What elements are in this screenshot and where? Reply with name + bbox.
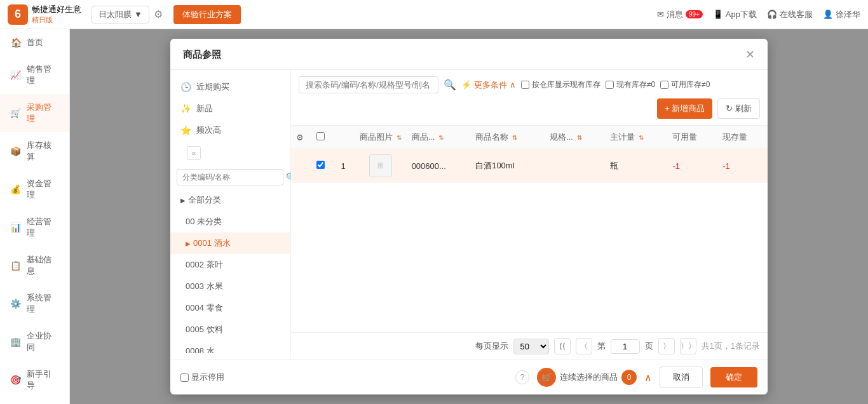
- product-table-wrapper: ⚙ 商品图片 ⇅: [291, 126, 768, 332]
- product-search-icon[interactable]: 🔍: [444, 79, 456, 91]
- chevron-down-icon: ▼: [134, 10, 142, 19]
- sidebar-item-purchase[interactable]: 🛒 采购管理: [0, 94, 69, 132]
- show-disabled-input[interactable]: [180, 374, 189, 382]
- main-area: 商品参照 ✕ 🕒 近期购买 ✨ 新品 ⭐ 频次高: [70, 29, 868, 404]
- logo-text: 畅捷通好生意 精日版: [32, 4, 81, 25]
- select-all-checkbox[interactable]: [316, 132, 325, 140]
- category-all[interactable]: ▶ 全部分类: [170, 189, 290, 211]
- avatar-icon: 👤: [823, 10, 833, 19]
- sidebar-item-guide[interactable]: 🎯 新手引导: [0, 361, 69, 399]
- logo-area: 6 畅捷通好生意 精日版: [8, 4, 81, 25]
- checkbox-nonzero-stock[interactable]: 现有库存≠0: [606, 79, 655, 90]
- cell-stock: -1: [717, 149, 768, 183]
- category-water[interactable]: 0008 水: [170, 340, 290, 353]
- settings-icon[interactable]: ⚙: [149, 6, 167, 24]
- th-unit[interactable]: 主计量 ⇅: [605, 126, 667, 149]
- pagination-bar: 每页显示 50 100 200 ⟨⟨ 〈 第 页 〉 〉〉 共1页，1: [291, 332, 768, 360]
- sidebar-label-home: 首页: [27, 37, 43, 48]
- checkbox-available-nonzero-input[interactable]: [660, 81, 668, 89]
- sidebar-label-purchase: 采购管理: [27, 102, 59, 125]
- sidebar-label-sales: 销售管理: [27, 64, 59, 86]
- th-code[interactable]: 商品... ⇅: [407, 126, 471, 149]
- product-search-input[interactable]: [299, 76, 438, 93]
- th-name[interactable]: 商品名称 ⇅: [470, 126, 545, 149]
- cart-icon[interactable]: 🛒: [537, 368, 556, 387]
- collapse-panel-btn[interactable]: «: [187, 146, 201, 160]
- cart-collapse-btn[interactable]: ∧: [644, 372, 652, 384]
- sidebar-item-app[interactable]: 📱 应用中心: [0, 399, 69, 404]
- sidebar-item-inventory[interactable]: 📦 库存核算: [0, 132, 69, 170]
- first-page-btn[interactable]: ⟨⟨: [554, 338, 571, 354]
- category-unclassified[interactable]: 00 未分类: [170, 211, 290, 232]
- home-icon: 🏠: [10, 37, 22, 48]
- sidebar-item-sales[interactable]: 📈 销售管理: [0, 56, 69, 94]
- quick-frequent[interactable]: ⭐ 频次高: [170, 119, 290, 141]
- show-disabled-checkbox[interactable]: 显示停用: [180, 372, 224, 383]
- th-image[interactable]: 商品图片 ⇅: [355, 126, 407, 149]
- sidebar-item-operations[interactable]: 📊 经营管理: [0, 208, 69, 246]
- quick-new-product[interactable]: ✨ 新品: [170, 98, 290, 119]
- message-icon: ✉: [657, 10, 664, 19]
- last-page-btn[interactable]: 〉〉: [680, 338, 696, 354]
- sidebar-label-inventory: 库存核算: [27, 140, 59, 163]
- quick-recent-purchase[interactable]: 🕒 近期购买: [170, 76, 290, 98]
- category-fruit[interactable]: 0003 水果: [170, 276, 290, 297]
- sidebar-item-home[interactable]: 🏠 首页: [0, 29, 69, 56]
- sidebar-label-basic-info: 基础信息: [27, 254, 59, 277]
- checkbox-show-inventory-input[interactable]: [521, 81, 529, 89]
- modal-close-btn[interactable]: ✕: [745, 48, 755, 62]
- help-icon[interactable]: ?: [515, 370, 529, 384]
- th-stock[interactable]: 现存量: [717, 126, 768, 149]
- modal-left-panel: 🕒 近期购买 ✨ 新品 ⭐ 频次高 «: [170, 70, 291, 360]
- product-table: ⚙ 商品图片 ⇅: [291, 126, 768, 183]
- sidebar-item-finance[interactable]: 💰 资金管理: [0, 170, 69, 208]
- category-liquor[interactable]: ▶ 0001 酒水: [170, 232, 290, 254]
- table-row[interactable]: 1 图 000600... 白酒100ml: [291, 149, 768, 183]
- th-spec[interactable]: 规格... ⇅: [545, 126, 605, 149]
- modal-header: 商品参照 ✕: [170, 39, 768, 70]
- checkbox-available-nonzero[interactable]: 可用库存≠0: [660, 79, 710, 90]
- messages-btn[interactable]: ✉ 消息 99+: [657, 9, 703, 20]
- sidebar-item-basic-info[interactable]: 📋 基础信息: [0, 246, 69, 285]
- arrow-down-icon: ▶: [186, 240, 191, 247]
- confirm-btn[interactable]: 确定: [710, 367, 757, 387]
- sidebar-label-finance: 资金管理: [27, 178, 59, 201]
- user-avatar[interactable]: 👤 徐泽华: [823, 9, 860, 20]
- th-settings[interactable]: ⚙: [291, 126, 311, 149]
- product-image: 图: [369, 154, 392, 177]
- cell-available: -1: [667, 149, 717, 183]
- arrow-right-icon: ▶: [180, 197, 186, 204]
- chevron-up-icon: ∧: [510, 80, 516, 90]
- refresh-btn[interactable]: ↻ 刷新: [717, 98, 760, 119]
- filter-icon: ⚡: [461, 80, 471, 90]
- sort-image-icon: ⇅: [397, 134, 402, 141]
- modal-overlay: 商品参照 ✕ 🕒 近期购买 ✨ 新品 ⭐ 频次高: [70, 29, 868, 404]
- online-service-btn[interactable]: 🎧 在线客服: [767, 9, 813, 20]
- more-filter-btn[interactable]: ⚡ 更多条件 ∧: [461, 79, 516, 91]
- trial-btn[interactable]: 体验行业方案: [173, 5, 241, 24]
- th-available[interactable]: 可用量: [667, 126, 717, 149]
- cell-checkbox[interactable]: [311, 149, 332, 183]
- row-checkbox[interactable]: [316, 161, 325, 169]
- add-product-btn[interactable]: + 新增商品: [657, 98, 712, 119]
- cell-spec: [545, 149, 605, 183]
- cell-image: 图: [355, 149, 407, 183]
- sidebar-item-enterprise[interactable]: 🏢 企业协同: [0, 323, 69, 361]
- page-number-input[interactable]: [611, 339, 640, 354]
- page-size-select[interactable]: 50 100 200: [513, 339, 549, 354]
- cancel-btn[interactable]: 取消: [660, 367, 703, 388]
- checkbox-show-inventory[interactable]: 按仓库显示现有库存: [521, 79, 600, 90]
- app-download-btn[interactable]: 📱 App下载: [713, 9, 757, 20]
- modal-body: 🕒 近期购买 ✨ 新品 ⭐ 频次高 «: [170, 70, 768, 360]
- sidebar-item-system[interactable]: ⚙️ 系统管理: [0, 285, 69, 323]
- category-search-input[interactable]: [177, 169, 283, 185]
- category-snacks[interactable]: 0004 零食: [170, 297, 290, 319]
- nav-store-select[interactable]: 日太阳膜 ▼: [92, 6, 149, 24]
- action-buttons: + 新增商品 ↻ 刷新: [657, 98, 760, 119]
- modal-footer: 显示停用 ? 🛒 连续选择的商品 0 ∧ 取消 确定: [170, 360, 768, 394]
- checkbox-nonzero-stock-input[interactable]: [606, 81, 614, 89]
- category-tea[interactable]: 0002 茶叶: [170, 254, 290, 276]
- next-page-btn[interactable]: 〉: [658, 338, 675, 354]
- prev-page-btn[interactable]: 〈: [576, 338, 592, 354]
- category-beverages[interactable]: 0005 饮料: [170, 319, 290, 340]
